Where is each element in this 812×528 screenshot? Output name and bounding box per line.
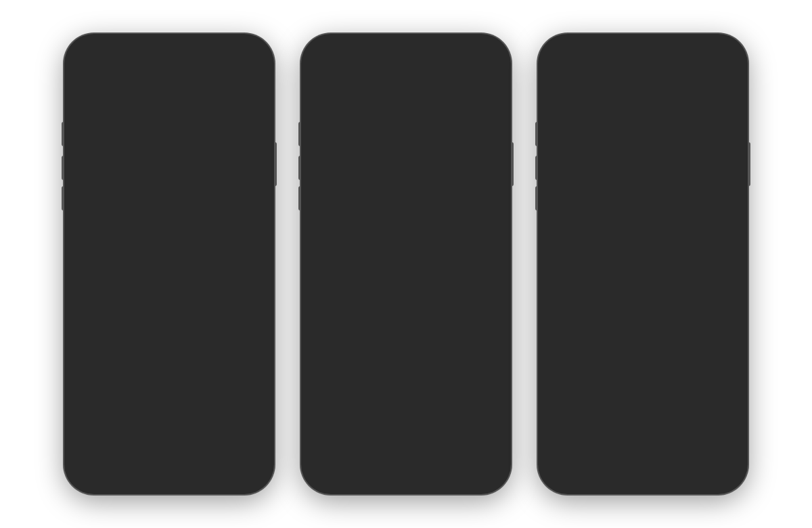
share-button-2[interactable]: ⬆ (472, 460, 482, 475)
share-button-1[interactable]: ⬆ (235, 460, 245, 475)
blurred-ad-2 (315, 100, 497, 127)
context-menu-reading-2[interactable]: Add to Reading List ∞ (325, 311, 487, 340)
blurred-hero-2 (315, 129, 497, 217)
mail-item-3[interactable]: ✉️ Mail (641, 320, 676, 365)
tabs-button-1[interactable]: ⧉ (250, 462, 258, 474)
notch-3 (602, 42, 683, 61)
contact-item-1-3[interactable]: 👨 John Clover (621, 261, 662, 307)
bottom-ad-close-btn-1[interactable]: ✕ (254, 412, 261, 421)
article-body-text-1: The fourth beta of iPadOS 15 that was re… (78, 359, 261, 401)
tab-macbook-air-1[interactable]: MacBook Air (152, 93, 194, 106)
tab-iphone13-3[interactable]: iPhone 13 (553, 93, 587, 106)
search-icon-3[interactable]: 🔍 (704, 76, 716, 87)
article-title-1: Apple Seeds Fourth Beta of macOS 12 Mont… (83, 248, 255, 267)
copy-icon-2: ⎘ (470, 261, 476, 273)
hero-laptop-1 (179, 201, 233, 242)
airdrop-item-3[interactable]: 📡 AirDrop (554, 320, 589, 365)
wifi-icon-2: 📶 (460, 59, 470, 68)
url-bar-1[interactable]: 🔒 macrumors.com ↻ (91, 460, 229, 475)
ad-logo-3: 🌳 (558, 120, 579, 142)
bottom-ad-1[interactable]: Team Collaboration Software Open ✕ (72, 405, 266, 427)
signal-icon-3: ▲▲ (679, 60, 694, 68)
contact-avatar-0-3: 📱 (568, 261, 603, 296)
back-button-1[interactable]: ‹ (81, 460, 85, 475)
status-time-3: 11:09 (560, 58, 582, 68)
red-article-1[interactable]: iPadOS 15 Gains macOS Monterey's Redesig… (78, 309, 261, 342)
nav-top-3: ☰ 🍎 MacRumors ⊡ 🔍 ⬛ (553, 74, 733, 89)
nav-logo-1: 🍎 MacRumors (93, 74, 173, 89)
reload-action-3[interactable]: Reload ↻ (546, 371, 740, 401)
messages-icon-3: 💬 4 (597, 320, 633, 355)
contact-item-0-3[interactable]: 📱 Juli's Fresh iPad Pro (554, 261, 616, 307)
menu-icon-3[interactable]: ☰ (553, 76, 562, 89)
bottom-ad-text-1: Team Collaboration Software (98, 412, 221, 420)
nav-logo-3: 🍎 MacRumors (566, 74, 647, 89)
menu-icon-1[interactable]: ☰ (79, 76, 89, 89)
options-link-3[interactable]: Options > (641, 236, 673, 244)
cast-icon-1[interactable]: ⊡ (217, 76, 225, 87)
notch-2 (365, 42, 447, 61)
hero-monterey-1: Monterey (86, 207, 164, 228)
screen-full-2: 11:08 ▲▲ 📶 ▬ ▲ ☰ 🍎 (309, 42, 503, 486)
show-bookmarks-label-2: Show Bookmarks (336, 380, 409, 391)
reload-action-icon-3: ↻ (720, 379, 729, 392)
phone-2: 11:08 ▲▲ 📶 ▬ ▲ ☰ 🍎 (301, 34, 511, 494)
search-icon-1[interactable]: 🔍 (231, 76, 242, 87)
logo-text-blur-2: MacRumors (348, 76, 410, 88)
article-body-1: Tuesday July 27, 2021 10:47 am PDT by Ju… (72, 345, 266, 405)
cast-icon-3[interactable]: ⊡ (691, 76, 699, 87)
reader-action-3: Reader ≡ (546, 401, 740, 430)
reload-icon-1[interactable]: ↻ (164, 464, 170, 471)
battery-icon-2: ▬ (472, 60, 480, 68)
nav-actions-3: ⊡ 🔍 ⬛ (691, 76, 733, 87)
status-icons-2: ▲▲ 📶 ▬ ▲ (443, 59, 489, 68)
notch-1 (129, 42, 210, 61)
url-text-2: macrumors.com (345, 464, 399, 472)
bottom-ad-open-btn-1[interactable]: Open (225, 411, 250, 422)
facebook-item-3[interactable]: f Facebook (684, 320, 719, 365)
menu-dots-icon-3[interactable]: ⬛ (721, 76, 733, 87)
back-button-2[interactable]: ‹ (317, 460, 322, 475)
share-sheet-header-3: 🍎 Apple News and Rumors macrumors.com Op… (546, 223, 740, 255)
reload-icon-2[interactable]: ↻ (401, 464, 407, 471)
ad-banner-1[interactable]: 🌿 Whole Foods Seafood Standards Whole Fo… (78, 114, 261, 148)
battery-icon-3: ▬ (709, 60, 717, 68)
hero-close-btn-3[interactable]: ✕ (718, 158, 730, 170)
copy-action-3[interactable]: Copy ⎘ (546, 430, 740, 459)
red-article-title-1: iPadOS 15 Gains macOS Monterey's Redesig… (83, 315, 255, 335)
article-item-1[interactable]: 📱 iOS 15 Beta 4 — Bug Fixes, Changes, an… (78, 276, 261, 307)
ad-label-3: Ad (585, 136, 704, 142)
phone-screen-3: 11:09 ▲▲ 📶 ▬ ▲ ☰ 🍎 MacRumors (546, 42, 740, 486)
menu-dots-icon-1[interactable]: ⬛ (248, 76, 259, 87)
article-headline-1: Apple Seeds Fourth Beta of macOS 12 Mont… (78, 244, 261, 273)
context-menu-bookmark-2[interactable]: Add Bookmark 📖 (325, 340, 487, 370)
context-menu-show-bookmarks-2[interactable]: Show Bookmarks 📖 (325, 370, 487, 399)
bookmark-label-2: Add Bookmark (336, 350, 398, 361)
url-bar-2[interactable]: 🔒 macrumors.com ↻ (328, 460, 466, 475)
tabs-button-2[interactable]: ⧉ (487, 462, 495, 474)
tab-ios15-3[interactable]: iOS 15 (595, 93, 618, 106)
article-icon-1: 📱 (84, 282, 103, 301)
context-menu-paste-2[interactable]: Paste and Go ⎘ (325, 282, 487, 311)
tab-macbook-1[interactable]: MacBook (202, 93, 233, 106)
ad-subtitle-3: Dollar Tree (585, 129, 704, 136)
share-close-btn-3[interactable]: ✕ (715, 227, 731, 243)
ad-banner-3[interactable]: 🌳 Dollar Tree Party Supplies Dollar Tree… (551, 114, 734, 148)
tab-macbook-3[interactable]: MacBook (675, 93, 706, 106)
hero-arrow-3[interactable]: ❯ (711, 190, 727, 206)
context-menu-copy-2[interactable]: Copy ⎘ (325, 253, 487, 282)
hero-arrow-1[interactable]: ❯ (238, 190, 254, 206)
tab-iphone13-1[interactable]: iPhone 13 (79, 93, 113, 106)
tab-macbook-air-3[interactable]: MacBook Air (625, 93, 667, 106)
nav-tabs-3: iPhone 13 iOS 15 MacBook Air MacBook (553, 93, 733, 106)
phone-screen-2: 11:08 ▲▲ 📶 ▬ ▲ ☰ 🍎 (309, 42, 503, 486)
hero-close-btn-1[interactable]: ✕ (244, 158, 256, 170)
wifi-icon-1: 📶 (223, 59, 233, 68)
messages-item-3[interactable]: 💬 4 Messages (597, 320, 633, 365)
hero-text-1: macOS Monterey (86, 193, 164, 228)
copy-action-icon-3: ⎘ (722, 438, 729, 450)
tab-ios15-1[interactable]: iOS 15 (121, 93, 144, 106)
ad-title-1: Whole Foods Seafood Standards (111, 120, 230, 129)
mail-icon-3: ✉️ (641, 320, 676, 355)
hero-banner-1[interactable]: macOS Monterey ✕ ❯ (78, 154, 261, 242)
